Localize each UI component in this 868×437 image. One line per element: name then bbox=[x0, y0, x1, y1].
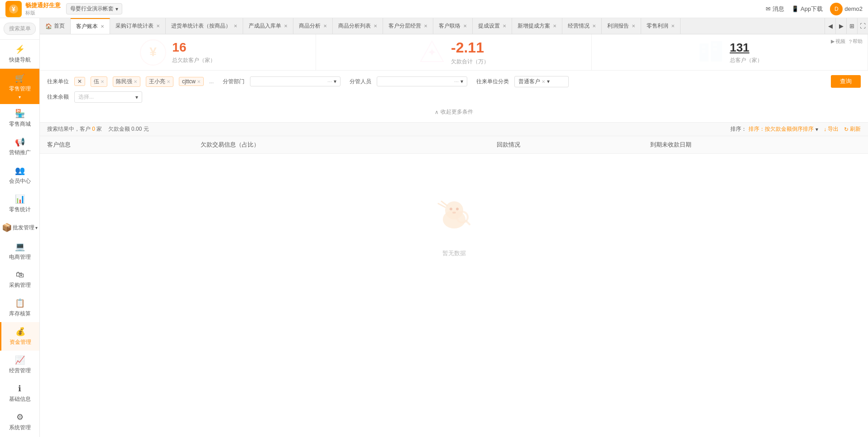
person-select[interactable]: ··· ▾ bbox=[377, 76, 467, 86]
sort-button[interactable]: 排序： 排序：按欠款金额倒序排序 ▾ bbox=[730, 125, 818, 133]
collapse-btn[interactable]: ∧ 收起更多条件 bbox=[435, 108, 473, 116]
unit-type-tag-close[interactable]: ✕ bbox=[542, 79, 545, 84]
filter-tag-all[interactable]: ✕ bbox=[74, 77, 85, 86]
tab-nav-fullscreen[interactable]: ⛶ bbox=[857, 18, 868, 34]
tab-customer-contact[interactable]: 客户联络 ✕ bbox=[433, 18, 473, 34]
tab-product-analysis-close[interactable]: ✕ bbox=[323, 24, 327, 28]
app-download-btn[interactable]: 📱 App下载 bbox=[791, 5, 823, 13]
stat2-text: -2.11 欠款合计（万） bbox=[451, 39, 489, 66]
unit-filter-label: 往来单位 bbox=[47, 78, 69, 86]
sidebar-item-purchase[interactable]: 🛍 采购管理 bbox=[0, 266, 39, 294]
tag-cjttcw-close[interactable]: ✕ bbox=[197, 79, 201, 84]
tab-reminder-close[interactable]: ✕ bbox=[503, 24, 506, 28]
tab-customer-tier[interactable]: 客户分层经营 ✕ bbox=[383, 18, 433, 34]
filter-tag-wang[interactable]: 王小亮 ✕ bbox=[146, 76, 173, 87]
video-btn[interactable]: ▶ 视频 bbox=[831, 38, 845, 45]
sidebar-item-marketing[interactable]: 📢 营销推广 bbox=[0, 133, 39, 161]
filter-more-tags[interactable]: ... bbox=[209, 78, 214, 85]
sidebar-item-member[interactable]: 👥 会员中心 bbox=[0, 161, 39, 190]
tab-customer-tier-close[interactable]: ✕ bbox=[424, 24, 427, 28]
tab-add-bonus-plan[interactable]: 新增提成方案 ✕ bbox=[512, 18, 562, 34]
col-due-date: 到期未收款日期 bbox=[643, 136, 868, 154]
unit-type-select[interactable]: 普通客户 ✕ ▾ bbox=[514, 76, 569, 87]
dept-select[interactable]: ··· ▾ bbox=[250, 76, 340, 86]
filter-tag-wu[interactable]: 伍 ✕ bbox=[91, 76, 107, 87]
stat1-label: 总欠款客户（家） bbox=[172, 57, 216, 64]
tab-customer-contact-close[interactable]: ✕ bbox=[463, 24, 467, 28]
unit-type-tag-label: 普通客户 bbox=[518, 78, 540, 86]
svg-point-16 bbox=[452, 212, 456, 214]
sidebar-item-quick-nav[interactable]: ⚡ 快捷导航 bbox=[0, 40, 39, 68]
tab-operations[interactable]: 经营情况 ✕ bbox=[562, 18, 602, 34]
svg-rect-8 bbox=[702, 46, 705, 48]
tab-nav-next[interactable]: ▶ bbox=[835, 18, 846, 34]
sidebar-item-retail-mgmt[interactable]: 🛒 零售管理 ▾ bbox=[0, 69, 39, 104]
tab-reminder-settings[interactable]: 提成设置 ✕ bbox=[473, 18, 512, 34]
filter-tag-cjttcw[interactable]: cjttcw ✕ bbox=[179, 77, 204, 86]
tab-production-inbound[interactable]: 产成品入库单 ✕ bbox=[243, 18, 293, 34]
filter-tag-chen[interactable]: 陈民强 ✕ bbox=[113, 76, 140, 87]
tab-production-close[interactable]: ✕ bbox=[284, 24, 288, 28]
tag-wang-close[interactable]: ✕ bbox=[167, 79, 170, 84]
tab-purchase-order-close[interactable]: ✕ bbox=[156, 24, 160, 28]
sidebar-item-retail-mall[interactable]: 🏪 零售商城 bbox=[0, 104, 39, 133]
tab-profit-report[interactable]: 利润报告 ✕ bbox=[602, 18, 641, 34]
tab-customer-accounts-close[interactable]: ✕ bbox=[101, 24, 104, 29]
sidebar-item-finance[interactable]: 💰 资金管理 bbox=[0, 322, 39, 351]
tab-bonus-plan-close[interactable]: ✕ bbox=[553, 24, 556, 28]
sidebar-item-system[interactable]: ⚙ 系统管理 bbox=[0, 408, 39, 436]
app-download-label: App下载 bbox=[801, 5, 823, 13]
ecommerce-icon: 💻 bbox=[15, 242, 25, 252]
svg-text:¥: ¥ bbox=[150, 45, 157, 59]
tab-profit-report-close[interactable]: ✕ bbox=[632, 24, 635, 28]
sidebar-item-ecommerce[interactable]: 💻 电商管理 bbox=[0, 237, 39, 266]
tab-inventory-stats[interactable]: 进货单统计表（按商品） ✕ bbox=[166, 18, 243, 34]
tab-nav-prev[interactable]: ◀ bbox=[825, 18, 835, 34]
tab-retail-profit[interactable]: 零售利润 ✕ bbox=[641, 18, 681, 34]
sidebar-item-operations[interactable]: 📈 经营管理 bbox=[0, 351, 39, 379]
dept-more-icon: ··· bbox=[327, 78, 332, 85]
tab-home[interactable]: 🏠 首页 bbox=[40, 18, 71, 34]
amount-label: 欠款金额 bbox=[108, 126, 130, 132]
unit-type-chevron-icon: ▾ bbox=[547, 78, 550, 85]
user-menu-btn[interactable]: D demo2 bbox=[830, 3, 863, 15]
sidebar-item-retail-stats[interactable]: 📊 零售统计 bbox=[0, 190, 39, 218]
retail-mall-label: 零售商城 bbox=[9, 120, 31, 128]
home-icon: 🏠 bbox=[45, 23, 52, 29]
tag-wu-close[interactable]: ✕ bbox=[101, 79, 104, 84]
tab-customer-accounts[interactable]: 客户账本 ✕ bbox=[71, 18, 110, 34]
tab-retail-profit-close[interactable]: ✕ bbox=[671, 24, 675, 28]
account-dropdown[interactable]: 母婴行业演示帐套 ▾ bbox=[66, 3, 122, 14]
tag-chen-close[interactable]: ✕ bbox=[134, 79, 137, 84]
stat3-value[interactable]: 131 bbox=[730, 41, 762, 55]
tab-product-analysis-list[interactable]: 商品分析列表 ✕ bbox=[333, 18, 383, 34]
messages-btn[interactable]: ✉ 消息 bbox=[766, 5, 784, 13]
tab-operations-close[interactable]: ✕ bbox=[592, 24, 596, 28]
messages-label: 消息 bbox=[772, 5, 784, 13]
retail-mgmt-icon: 🛒 bbox=[15, 73, 25, 83]
sidebar-item-wholesale[interactable]: 📦 批发管理 ▾ bbox=[0, 218, 39, 237]
stat2-value: -2.11 bbox=[451, 39, 489, 56]
export-btn[interactable]: ↓ 导出 bbox=[824, 125, 839, 133]
refresh-btn[interactable]: ↻ 刷新 bbox=[844, 125, 861, 133]
tab-nav-expand[interactable]: ⊞ bbox=[846, 18, 857, 34]
sidebar-item-basic-info[interactable]: ℹ 基础信息 bbox=[0, 379, 39, 408]
balance-select[interactable]: 选择... ▾ bbox=[74, 91, 142, 103]
tab-profit-report-label: 利润报告 bbox=[607, 22, 629, 30]
help-btn[interactable]: ? 帮助 bbox=[849, 38, 863, 45]
refresh-icon: ↻ bbox=[844, 126, 849, 133]
top-right-area: ✉ 消息 📱 App下载 D demo2 bbox=[766, 3, 863, 15]
query-button[interactable]: 查询 bbox=[831, 75, 861, 88]
tab-inventory-close[interactable]: ✕ bbox=[234, 24, 237, 28]
tab-production-label: 产成品入库单 bbox=[249, 22, 281, 30]
sort-value-label: 排序：按欠款金额倒序排序 bbox=[748, 125, 814, 133]
unit-type-tag-normal[interactable]: 普通客户 ✕ bbox=[518, 78, 545, 86]
basic-info-icon: ℹ bbox=[18, 384, 21, 394]
sidebar-item-inventory[interactable]: 📋 库存核算 bbox=[0, 294, 39, 322]
tab-purchase-order-stats[interactable]: 采购订单统计表 ✕ bbox=[110, 18, 166, 34]
search-menu-input[interactable]: 搜索菜单 bbox=[4, 23, 36, 35]
tab-product-list-close[interactable]: ✕ bbox=[374, 24, 377, 28]
purchase-icon: 🛍 bbox=[16, 270, 24, 280]
tab-product-analysis[interactable]: 商品分析 ✕ bbox=[293, 18, 333, 34]
stats-area: ¥ 16 总欠款客户（家） ✦ bbox=[40, 34, 868, 71]
